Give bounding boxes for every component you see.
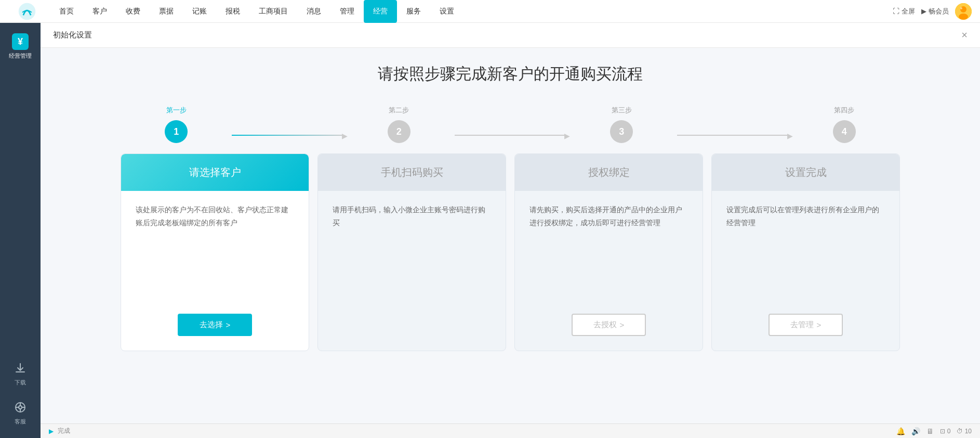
card-1-body: 该处展示的客户为不在回收站、客户状态正常建账后完成老板端绑定的所有客户 <box>121 191 309 305</box>
card-1-header: 请选择客户 <box>121 154 309 191</box>
nav-fee[interactable]: 收费 <box>116 0 150 23</box>
nav-ticket[interactable]: 票据 <box>150 0 183 23</box>
top-nav: 首页 客户 收费 票据 记账 报税 工商项目 消息 管理 经营 服务 设置 ⛶ … <box>0 0 980 23</box>
svg-point-6 <box>19 406 22 409</box>
status-bar-left: ▶ 完成 <box>49 427 70 435</box>
step-col-1: 第一步 1 <box>121 106 232 143</box>
step-circle-3: 3 <box>610 120 633 143</box>
fullscreen-icon: ⛶ <box>893 7 899 15</box>
select-arrow-icon: > <box>226 320 231 329</box>
avatar[interactable] <box>955 3 972 20</box>
support-icon <box>12 399 29 416</box>
select-customer-button[interactable]: 去选择 > <box>178 314 253 336</box>
step-col-2: 第二步 2 <box>343 106 455 143</box>
time-icon: ⏱ 10 <box>957 428 972 435</box>
process-container: 请按照步骤完成新客户的开通购买流程 第一步 1 ▶ 第二步 2 <box>41 48 980 423</box>
card-4-header: 设置完成 <box>712 154 899 191</box>
page-header: 初始化设置 × <box>41 23 980 48</box>
nav-accounting[interactable]: 记账 <box>183 0 216 23</box>
step-label-2: 第二步 <box>389 106 409 115</box>
nav-tax[interactable]: 报税 <box>216 0 249 23</box>
step-circle-1: 1 <box>165 120 188 143</box>
svg-point-2 <box>960 6 966 12</box>
connector-3: ▶ <box>677 135 788 136</box>
step-col-3: 第三步 3 <box>566 106 677 143</box>
nav-business[interactable]: 工商项目 <box>249 0 297 23</box>
connector-1: ▶ <box>232 135 343 136</box>
card-1-footer: 去选择 > <box>121 305 309 351</box>
card-2: 手机扫码购买 请用手机扫码，输入小微企业主账号密码进行购买 <box>317 153 506 351</box>
step-circle-4: 4 <box>833 120 856 143</box>
svg-point-4 <box>960 7 962 9</box>
status-text: 完成 <box>58 427 70 435</box>
bell-icon: 🔔 <box>896 427 905 435</box>
member-btn[interactable]: ▶ 畅会员 <box>921 7 949 16</box>
step-label-4: 第四步 <box>834 106 854 115</box>
step-col-4: 第四步 4 <box>789 106 900 143</box>
process-heading: 请按照步骤完成新客户的开通购买流程 <box>378 63 643 85</box>
card-2-footer <box>318 328 506 351</box>
nav-manage[interactable]: 管理 <box>330 0 364 23</box>
card-4: 设置完成 设置完成后可以在管理列表进行所有企业用户的经营管理 去管理 > <box>711 153 900 351</box>
card-3-body: 请先购买，购买后选择开通的产品中的企业用户进行授权绑定，成功后即可进行经营管理 <box>515 191 703 305</box>
svg-point-0 <box>19 3 35 19</box>
play-icon: ▶ <box>49 428 54 435</box>
nav-right: ⛶ 全屏 ▶ 畅会员 <box>893 3 972 20</box>
layout: ¥ 经营管理 下载 <box>0 23 980 438</box>
status-bar-right: 🔔 🔊 🖥 ⊡ 0 ⏱ 10 <box>896 427 972 435</box>
card-1: 请选择客户 该处展示的客户为不在回收站、客户状态正常建账后完成老板端绑定的所有客… <box>121 153 309 351</box>
manage-button[interactable]: 去管理 > <box>769 314 843 336</box>
step-label-3: 第三步 <box>612 106 632 115</box>
nav-home[interactable]: 首页 <box>50 0 83 23</box>
card-4-body: 设置完成后可以在管理列表进行所有企业用户的经营管理 <box>712 191 899 305</box>
close-button[interactable]: × <box>961 29 968 41</box>
operation-icon: ¥ <box>12 33 29 50</box>
authorize-arrow-icon: > <box>620 320 625 329</box>
sidebar-item-support[interactable]: 客服 <box>2 395 39 430</box>
main-content: 初始化设置 × 请按照步骤完成新客户的开通购买流程 第一步 1 ▶ 第二步 <box>41 23 980 438</box>
steps-row: 第一步 1 ▶ 第二步 2 ▶ 第三步 3 <box>121 106 900 143</box>
member-icon: ▶ <box>921 7 926 15</box>
download-icon <box>12 360 29 377</box>
nav-operation[interactable]: 经营 <box>364 0 397 23</box>
nav-message[interactable]: 消息 <box>297 0 330 23</box>
cards-row: 请选择客户 该处展示的客户为不在回收站、客户状态正常建账后完成老板端绑定的所有客… <box>121 153 900 351</box>
volume-icon: 🔊 <box>911 427 920 435</box>
network-icon: ⊡ 0 <box>940 428 950 435</box>
page-title: 初始化设置 <box>53 30 92 40</box>
nav-service[interactable]: 服务 <box>397 0 430 23</box>
nav-settings[interactable]: 设置 <box>430 0 463 23</box>
card-3: 授权绑定 请先购买，购买后选择开通的产品中的企业用户进行授权绑定，成功后即可进行… <box>514 153 703 351</box>
nav-client[interactable]: 客户 <box>83 0 116 23</box>
step-label-1: 第一步 <box>166 106 187 115</box>
manage-arrow-icon: > <box>817 320 822 329</box>
svg-point-3 <box>959 14 968 20</box>
card-3-footer: 去授权 > <box>515 305 703 351</box>
status-bar: ▶ 完成 🔔 🔊 🖥 ⊡ 0 ⏱ 10 <box>41 423 980 438</box>
sidebar-bottom: 下载 客服 <box>2 356 39 438</box>
card-4-footer: 去管理 > <box>712 305 899 351</box>
connector-2: ▶ <box>455 135 566 136</box>
sidebar-item-download[interactable]: 下载 <box>2 356 39 391</box>
card-2-header: 手机扫码购买 <box>318 154 506 191</box>
monitor-icon: 🖥 <box>926 427 934 435</box>
sidebar-item-operation[interactable]: ¥ 经营管理 <box>2 29 39 64</box>
sidebar: ¥ 经营管理 下载 <box>0 23 41 438</box>
logo <box>8 0 46 23</box>
authorize-button[interactable]: 去授权 > <box>572 314 646 336</box>
card-2-body: 请用手机扫码，输入小微企业主账号密码进行购买 <box>318 191 506 328</box>
step-circle-2: 2 <box>388 120 410 143</box>
card-3-header: 授权绑定 <box>515 154 703 191</box>
fullscreen-btn[interactable]: ⛶ 全屏 <box>893 7 915 16</box>
